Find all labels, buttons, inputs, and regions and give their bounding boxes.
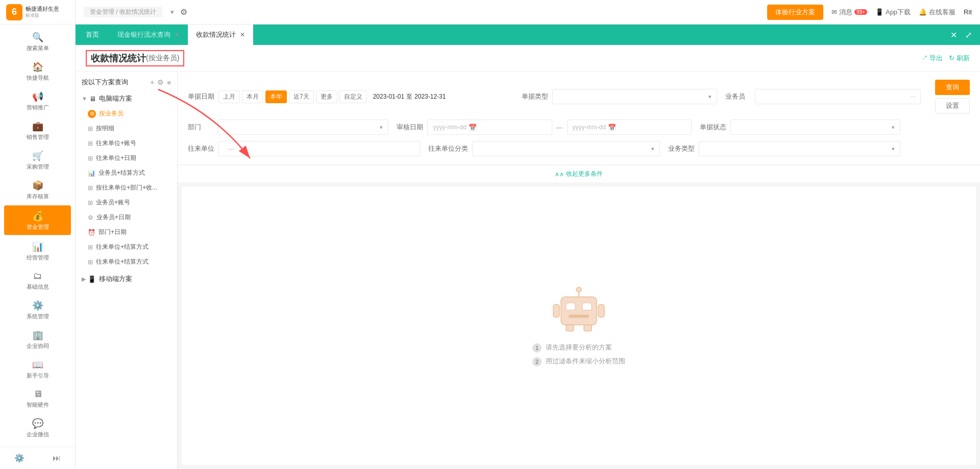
scheme-item-salesman-account[interactable]: ⊞ 业务员+账号 — [76, 195, 177, 210]
scheme-item-unit-account[interactable]: ⊞ 往来单位+账号 — [76, 136, 177, 151]
header-settings-icon[interactable]: ⚙ — [180, 7, 187, 17]
tab-home[interactable]: 首页 — [76, 25, 109, 45]
collapse-icon: ∧∧ — [555, 171, 564, 178]
tab-close-all-icon[interactable]: ✕ — [948, 28, 959, 42]
scheme-item-by-salesman[interactable]: ♻ 按业务员 — [76, 106, 177, 121]
counterpart-category-select[interactable]: ▾ — [472, 141, 660, 156]
sidebar-item-sales[interactable]: 💼 销售管理 — [0, 115, 75, 145]
tab-bank-close[interactable]: ✕ — [175, 31, 180, 38]
scheme-item-salesman-date[interactable]: ⚙ 业务员+日期 — [76, 210, 177, 225]
sidebar-item-marketing[interactable]: 📢 营销推广 — [0, 86, 75, 115]
scheme-group-desktop-title[interactable]: ▼ 🖥 电脑端方案 — [76, 91, 177, 106]
voucher-status-label: 单据状态 — [700, 123, 726, 132]
scheme-add-button[interactable]: + — [150, 78, 154, 86]
date-btn-custom[interactable]: 自定义 — [339, 90, 367, 103]
collapse-bar[interactable]: ∧∧ 收起更多条件 — [178, 165, 980, 182]
sidebar-item-enterprise[interactable]: 🏢 企业协同 — [0, 324, 75, 354]
scheme-item-label: 业务员+结算方式 — [99, 169, 145, 177]
review-to-cal-icon[interactable]: 📅 — [608, 124, 616, 131]
voucher-type-chevron: ▾ — [708, 93, 712, 100]
scheme-item-salesman-settle[interactable]: 📊 业务员+结算方式 — [76, 166, 177, 180]
voucher-status-select[interactable]: ▾ — [730, 120, 900, 135]
trial-button[interactable]: 体验行业方案 — [767, 5, 823, 20]
date-options-group: 上月 本月 本年 近7天 更多 自定义 — [218, 90, 367, 103]
online-service-area[interactable]: 🔔 在线客服 — [919, 8, 955, 17]
sidebar-item-inventory[interactable]: 📦 库存核算 — [0, 175, 75, 204]
sidebar-item-basic[interactable]: 🗂 基础信息 — [0, 266, 75, 295]
scheme-item-label: 往来单位+账号 — [96, 139, 136, 148]
sidebar-item-label: 新手引导 — [27, 372, 49, 380]
user-name[interactable]: Rit — [964, 8, 972, 16]
salesman-select[interactable]: ··· — [755, 89, 921, 104]
scheme-item-label: 业务员+日期 — [96, 213, 131, 222]
scheme-item-unit-settle1[interactable]: ⊞ 往来单位+结算方式 — [76, 240, 177, 254]
sidebar-item-shortcut[interactable]: 🏠 快捷导航 — [0, 56, 75, 86]
date-btn-last-month[interactable]: 上月 — [218, 90, 240, 103]
tab-expand-icon[interactable]: ⤢ — [963, 28, 974, 42]
messages-area[interactable]: ✉ 消息 99+ — [831, 8, 867, 17]
sidebar-item-member[interactable]: 👑 畅会员 — [0, 442, 75, 447]
scheme-item-unit-settle2[interactable]: ⊞ 往来单位+结算方式 — [76, 254, 177, 269]
sales-icon: 💼 — [32, 121, 43, 132]
logo-badge: 标准版 — [26, 12, 59, 19]
sidebar-item-label: 基础信息 — [27, 283, 49, 291]
review-date-to-input[interactable]: yyyy-mm-dd 📅 — [567, 120, 692, 135]
date-btn-this-year[interactable]: 本年 — [265, 90, 287, 103]
funds-icon: 💰 — [32, 210, 43, 222]
sidebar-item-label: 企业微信 — [27, 431, 49, 438]
sidebar-item-funds[interactable]: 💰 资金管理 — [4, 205, 71, 235]
review-from-cal-icon[interactable]: 📅 — [469, 124, 477, 131]
export-button[interactable]: ↗ 导出 — [921, 54, 943, 63]
sidebar-item-guide[interactable]: 📖 新手引导 — [0, 354, 75, 384]
scheme-item-unit-date[interactable]: ⊞ 往来单位+日期 — [76, 151, 177, 166]
scheme-settings-icon[interactable]: ⚙ — [157, 78, 164, 86]
scheme-item-by-detail[interactable]: ⊞ 按明细 — [76, 121, 177, 136]
sidebar-item-hardware[interactable]: 🖥 智能硬件 — [0, 384, 75, 413]
main-content: 资金管理 / 收款情况统计 ▾ ⚙ 体验行业方案 ✉ 消息 99+ 📱 App下… — [76, 0, 980, 469]
header-left: 资金管理 / 收款情况统计 ▾ ⚙ — [84, 7, 187, 17]
dept-select[interactable]: ▾ — [217, 120, 388, 135]
app-download-area[interactable]: 📱 App下载 — [875, 8, 911, 17]
date-btn-this-month[interactable]: 本月 — [242, 90, 263, 103]
sidebar-item-purchase[interactable]: 🛒 采购管理 — [0, 145, 75, 175]
counterpart-filter: 往来单位 ··· — [188, 141, 420, 156]
scheme-panel: 按以下方案查询 + ⚙ « ▼ 🖥 电脑端方案 — [76, 72, 178, 469]
review-date-from-input[interactable]: yyyy-mm-dd 📅 — [427, 120, 552, 135]
breadcrumb-dropdown[interactable]: ▾ — [170, 8, 174, 16]
settings-bottom-icon[interactable]: ⚙️ — [12, 451, 27, 465]
scheme-group-mobile: ▶ 📱 移动端方案 — [76, 271, 177, 287]
sidebar-item-label: 搜索菜单 — [27, 44, 49, 52]
messages-badge: 99+ — [854, 9, 867, 15]
sidebar-item-system[interactable]: ⚙️ 系统管理 — [0, 295, 75, 324]
svg-rect-8 — [566, 325, 574, 331]
voucher-type-select[interactable]: ▾ — [552, 89, 717, 104]
guide-icon: 📖 — [32, 359, 43, 370]
scheme-item-dept-date[interactable]: ⏰ 部门+日期 — [76, 225, 177, 240]
operation-icon: 📊 — [32, 241, 43, 252]
sidebar-item-operation[interactable]: 📊 经营管理 — [0, 236, 75, 266]
tab-bank[interactable]: 现金银行流水查询 ✕ — [109, 25, 188, 45]
sidebar-item-wechat[interactable]: 💬 企业微信 — [0, 413, 75, 442]
counterpart-input[interactable]: ··· — [218, 141, 420, 156]
date-btn-more[interactable]: 更多 — [316, 90, 337, 103]
refresh-label: 刷新 — [957, 54, 970, 62]
service-icon: 🔔 — [919, 8, 927, 16]
counterpart-dots[interactable]: ··· — [228, 145, 234, 153]
scheme-group-mobile-title[interactable]: ▶ 📱 移动端方案 — [76, 271, 177, 287]
sidebar-item-label: 快捷导航 — [27, 74, 49, 82]
refresh-button[interactable]: ↻ 刷新 — [949, 54, 970, 63]
header-actions: 体验行业方案 ✉ 消息 99+ 📱 App下载 🔔 在线客服 — [767, 5, 972, 20]
sidebar-item-search[interactable]: 🔍 搜索菜单 — [0, 27, 75, 56]
scheme-collapse-icon[interactable]: « — [167, 78, 171, 86]
tab-collection-close[interactable]: ✕ — [240, 31, 245, 38]
salesman-filter: 业务员 ··· — [725, 89, 921, 104]
svg-rect-2 — [582, 303, 592, 310]
tab-collection[interactable]: 收款情况统计 ✕ — [188, 25, 253, 45]
scheme-item-unit-dept[interactable]: ⊞ 按往来单位+部门+收... — [76, 180, 177, 195]
query-button[interactable]: 查询 — [935, 80, 970, 95]
filter-row-1: 单据日期 上月 本月 本年 近7天 更多 自定义 2023-01-01 — [188, 80, 970, 113]
collapse-bottom-icon[interactable]: ⏭ — [51, 452, 63, 465]
date-btn-7days[interactable]: 近7天 — [289, 90, 314, 103]
business-type-select[interactable]: ▾ — [699, 141, 900, 156]
settings-filter-button[interactable]: 设置 — [935, 98, 970, 113]
